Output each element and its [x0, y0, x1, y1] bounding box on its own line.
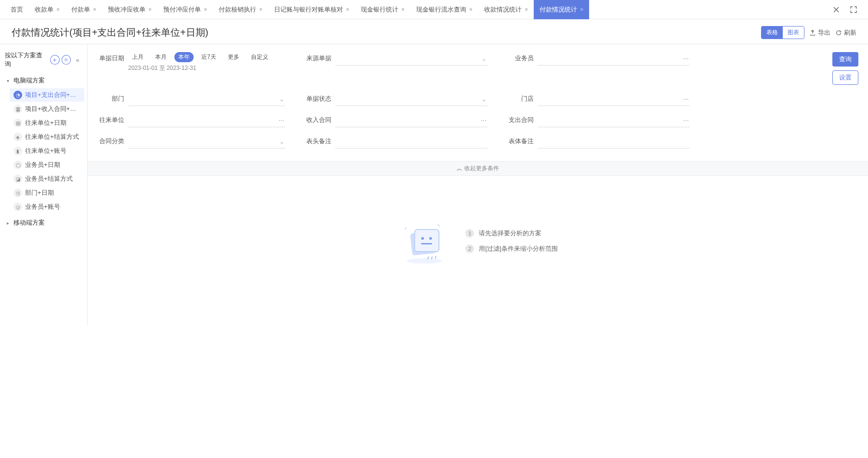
income-picker[interactable]: ⋯ [335, 114, 487, 127]
tree-item[interactable]: ▤往来单位+日期 [10, 116, 84, 130]
tree-item[interactable]: ◔项目+支出合同+往来... [10, 88, 84, 102]
tree-item[interactable]: ▢业务员+日期 [10, 158, 84, 172]
settings-button[interactable]: 设置 [832, 70, 858, 85]
biz-input[interactable] [538, 55, 682, 62]
cat-input[interactable] [128, 138, 278, 145]
store-input[interactable] [538, 95, 682, 103]
close-all-icon[interactable] [831, 5, 841, 14]
partner-picker[interactable]: ⋯ [128, 114, 285, 127]
close-tab-icon[interactable]: × [259, 6, 263, 13]
tab[interactable]: 付款核销执行× [213, 0, 268, 19]
source-select[interactable]: ⌄ [335, 52, 487, 66]
scheme-settings-button[interactable] [62, 55, 71, 65]
tree-item[interactable]: ◷部门+日期 [10, 186, 84, 200]
add-scheme-button[interactable]: + [50, 55, 60, 65]
date-range-text: 2023-01-01 至 2023-12-31 [128, 64, 285, 72]
hnote-input[interactable] [335, 138, 487, 145]
svg-rect-3 [415, 229, 439, 252]
status-select[interactable]: ⌄ [335, 93, 487, 106]
tab[interactable]: 首页 [5, 0, 29, 19]
date-quick-option[interactable]: 本月 [151, 52, 171, 62]
tab-label: 日记账与银行对账单核对 [274, 5, 343, 14]
date-quick-option[interactable]: 更多 [224, 52, 243, 62]
biz-picker[interactable]: ⋯ [538, 52, 690, 66]
date-quick-option[interactable]: 近7天 [197, 52, 220, 62]
caret-down-icon: ▾ [7, 78, 13, 83]
view-table-button[interactable]: 表格 [762, 27, 783, 39]
tree-group[interactable]: ▸移动端方案 [3, 216, 84, 230]
scheme-icon: ◷ [13, 189, 22, 197]
tab[interactable]: 现金银行统计× [355, 0, 410, 19]
date-quick-option[interactable]: 本年 [174, 52, 194, 62]
scheme-icon: ◶ [13, 202, 22, 211]
tab[interactable]: 现金银行流水查询× [410, 0, 478, 19]
tab[interactable]: 日记账与银行对账单核对× [268, 0, 355, 19]
tree-group[interactable]: ▾电脑端方案 [3, 73, 84, 88]
source-input[interactable] [335, 55, 481, 62]
collapse-sidebar-button[interactable]: « [73, 55, 82, 65]
close-tab-icon[interactable]: × [401, 6, 405, 13]
tab-label: 付款核销执行 [219, 5, 256, 14]
dept-select[interactable]: ⌄ [128, 93, 285, 106]
refresh-button[interactable]: 刷新 [835, 28, 856, 37]
tree-item[interactable]: ◶业务员+账号 [10, 200, 84, 214]
filter-panel: 单据日期 上月本月本年近7天更多自定义 2023-01-01 至 2023-12… [88, 44, 868, 161]
fullscreen-icon[interactable] [849, 5, 858, 14]
dept-input[interactable] [128, 95, 278, 103]
tab[interactable]: 收款情况统计× [478, 0, 534, 19]
tab-label: 现金银行统计 [361, 5, 398, 14]
collapse-filters-button[interactable]: ︽收起更多条件 [88, 161, 868, 176]
close-tab-icon[interactable]: × [580, 6, 583, 13]
tab[interactable]: 付款情况统计× [534, 0, 589, 19]
close-tab-icon[interactable]: × [56, 6, 60, 13]
tree-item[interactable]: ◪业务员+结算方式 [10, 172, 84, 186]
bnote-label: 表体备注 [507, 135, 534, 146]
source-label: 来源单据 [304, 52, 331, 63]
hnote-input-wrap[interactable] [335, 135, 487, 148]
query-button[interactable]: 查询 [832, 52, 858, 67]
tree-group-label: 移动端方案 [13, 218, 45, 227]
tree-item-label: 部门+日期 [25, 189, 54, 197]
view-chart-button[interactable]: 图表 [783, 27, 804, 39]
store-picker[interactable]: ⋯ [538, 93, 690, 106]
tree-item[interactable]: ䷀项目+收入合同+往来... [10, 102, 84, 116]
date-label: 单据日期 [97, 52, 124, 63]
page-title: 付款情况统计(项目+支出合同+往来单位+日期) [12, 26, 761, 39]
close-tab-icon[interactable]: × [204, 6, 207, 13]
cat-label: 合同分类 [97, 135, 124, 146]
bnote-input[interactable] [538, 138, 690, 145]
expend-input[interactable] [538, 117, 682, 124]
empty-illustration-icon [398, 215, 451, 268]
tab[interactable]: 预收冲应收单× [102, 0, 158, 19]
date-quick-option[interactable]: 上月 [128, 52, 147, 62]
tab[interactable]: 付款单× [66, 0, 102, 19]
ellipsis-icon: ⋯ [277, 117, 285, 124]
tab[interactable]: 预付冲应付单× [158, 0, 213, 19]
tab-label: 付款单 [71, 5, 90, 14]
date-quick-picks: 上月本月本年近7天更多自定义 [128, 52, 285, 62]
close-tab-icon[interactable]: × [525, 6, 528, 13]
close-tab-icon[interactable]: × [469, 6, 473, 13]
tree-item-label: 往来单位+结算方式 [25, 133, 79, 141]
tab[interactable]: 收款单× [29, 0, 66, 19]
svg-point-0 [66, 59, 67, 60]
tab-label: 现金银行流水查询 [416, 5, 466, 14]
close-tab-icon[interactable]: × [93, 6, 96, 13]
bnote-input-wrap[interactable] [538, 135, 690, 148]
status-input[interactable] [335, 95, 481, 103]
date-quick-option[interactable]: 自定义 [247, 52, 272, 62]
export-button[interactable]: 导出 [809, 28, 830, 37]
cat-select[interactable]: ⌄ [128, 135, 285, 148]
tree-item-label: 往来单位+日期 [25, 119, 66, 127]
tree-item[interactable]: ◈往来单位+结算方式 [10, 130, 84, 144]
step-2-text: 用[过滤]条件来缩小分析范围 [479, 244, 557, 253]
expend-picker[interactable]: ⋯ [538, 114, 690, 127]
tree-item[interactable]: ▮往来单位+账号 [10, 144, 84, 158]
svg-point-5 [429, 237, 432, 240]
tree-item-label: 业务员+结算方式 [25, 175, 73, 183]
scheme-icon: ◈ [13, 133, 22, 141]
close-tab-icon[interactable]: × [148, 6, 152, 13]
partner-input[interactable] [128, 117, 277, 124]
close-tab-icon[interactable]: × [346, 6, 349, 13]
income-input[interactable] [335, 117, 480, 124]
